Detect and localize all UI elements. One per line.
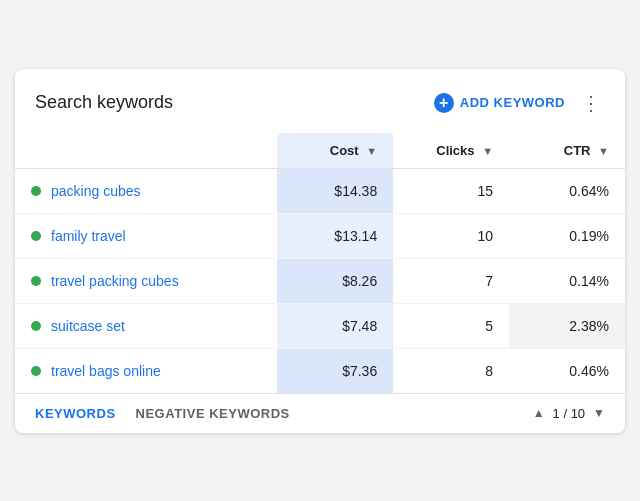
pagination-down-icon[interactable]: ▼ [593, 406, 605, 420]
keyword-cell: travel packing cubes [15, 258, 277, 303]
pagination: ▲ 1 / 10 ▼ [533, 406, 605, 421]
col-cost-label: Cost [330, 143, 359, 158]
add-keyword-label: ADD KEYWORD [460, 95, 565, 110]
keywords-table-container: Cost ▼ Clicks ▼ CTR ▼ pack [15, 133, 625, 393]
table-row: travel packing cubes $8.26 7 0.14% [15, 258, 625, 303]
keyword-cell: packing cubes [15, 168, 277, 213]
pagination-text: 1 / 10 [553, 406, 586, 421]
ctr-cell: 0.19% [509, 213, 625, 258]
clicks-cell: 7 [393, 258, 509, 303]
keyword-status-dot [31, 231, 41, 241]
table-row: travel bags online $7.36 8 0.46% [15, 348, 625, 393]
table-row: family travel $13.14 10 0.19% [15, 213, 625, 258]
search-keywords-card: Search keywords + ADD KEYWORD ⋮ Cost ▼ C… [15, 69, 625, 433]
cost-cell: $13.14 [277, 213, 393, 258]
header-actions: + ADD KEYWORD ⋮ [434, 87, 605, 119]
cost-cell: $7.48 [277, 303, 393, 348]
cost-sort-arrow: ▼ [366, 145, 377, 157]
keyword-status-dot [31, 321, 41, 331]
ctr-cell: 0.14% [509, 258, 625, 303]
card-footer: KEYWORDS NEGATIVE KEYWORDS ▲ 1 / 10 ▼ [15, 393, 625, 433]
ctr-cell: 0.64% [509, 168, 625, 213]
footer-tabs: KEYWORDS NEGATIVE KEYWORDS [35, 406, 290, 421]
table-header-row: Cost ▼ Clicks ▼ CTR ▼ [15, 133, 625, 169]
col-clicks[interactable]: Clicks ▼ [393, 133, 509, 169]
keyword-link[interactable]: suitcase set [51, 318, 125, 334]
clicks-cell: 10 [393, 213, 509, 258]
keyword-cell: suitcase set [15, 303, 277, 348]
col-ctr-label: CTR [564, 143, 591, 158]
cost-cell: $8.26 [277, 258, 393, 303]
keyword-link[interactable]: travel bags online [51, 363, 161, 379]
cost-cell: $7.36 [277, 348, 393, 393]
keyword-cell: family travel [15, 213, 277, 258]
col-cost[interactable]: Cost ▼ [277, 133, 393, 169]
keyword-link[interactable]: family travel [51, 228, 126, 244]
table-row: suitcase set $7.48 5 2.38% [15, 303, 625, 348]
tab-keywords[interactable]: KEYWORDS [35, 406, 116, 421]
keyword-status-dot [31, 276, 41, 286]
clicks-cell: 5 [393, 303, 509, 348]
col-ctr[interactable]: CTR ▼ [509, 133, 625, 169]
add-keyword-button[interactable]: + ADD KEYWORD [434, 89, 565, 117]
keyword-link[interactable]: packing cubes [51, 183, 141, 199]
pagination-up-icon[interactable]: ▲ [533, 406, 545, 420]
more-options-icon[interactable]: ⋮ [577, 87, 605, 119]
clicks-cell: 8 [393, 348, 509, 393]
col-keyword [15, 133, 277, 169]
card-title: Search keywords [35, 92, 173, 113]
keyword-link[interactable]: travel packing cubes [51, 273, 179, 289]
card-header: Search keywords + ADD KEYWORD ⋮ [15, 69, 625, 133]
table-row: packing cubes $14.38 15 0.64% [15, 168, 625, 213]
tab-negative-keywords[interactable]: NEGATIVE KEYWORDS [136, 406, 290, 421]
clicks-sort-arrow: ▼ [482, 145, 493, 157]
clicks-cell: 15 [393, 168, 509, 213]
ctr-cell: 0.46% [509, 348, 625, 393]
cost-cell: $14.38 [277, 168, 393, 213]
col-clicks-label: Clicks [436, 143, 474, 158]
keyword-cell: travel bags online [15, 348, 277, 393]
ctr-sort-arrow: ▼ [598, 145, 609, 157]
ctr-cell: 2.38% [509, 303, 625, 348]
keyword-status-dot [31, 366, 41, 376]
keywords-table: Cost ▼ Clicks ▼ CTR ▼ pack [15, 133, 625, 393]
keyword-status-dot [31, 186, 41, 196]
plus-icon: + [434, 93, 454, 113]
